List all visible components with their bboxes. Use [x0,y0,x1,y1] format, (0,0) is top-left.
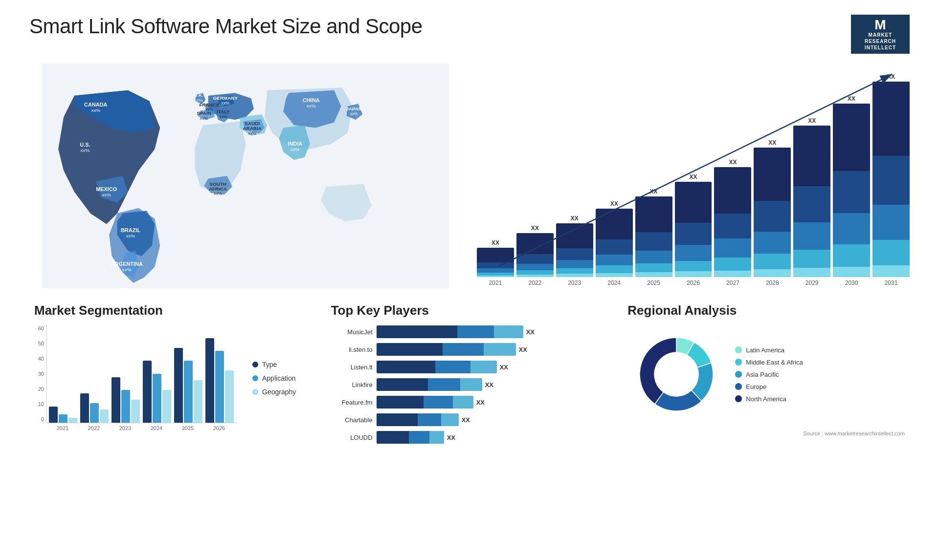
source-text: Source : www.marketresearchintellect.com [627,431,905,436]
player-bar [377,378,482,391]
bar-group: XX [872,73,910,277]
svg-text:xx%: xx% [307,103,316,108]
legend-item: Type [252,361,296,368]
svg-text:xx%: xx% [222,101,230,106]
stacked-bar [754,148,791,277]
bar-group: XX [596,200,633,277]
bottom-grid: Market Segmentation 60 50 40 30 20 10 0 [29,298,910,453]
svg-text:xx%: xx% [214,191,222,196]
stacked-bar [833,104,870,277]
svg-text:INDIA: INDIA [288,141,302,147]
svg-text:ARGENTINA: ARGENTINA [111,261,143,267]
seg-bar [121,390,130,423]
svg-text:xx%: xx% [200,116,208,121]
seg-bar-group [143,361,171,423]
seg-bar [174,348,183,423]
players-title: Top Key Players [331,303,608,318]
svg-text:xx%: xx% [126,233,135,238]
seg-bar [90,403,99,423]
seg-bar-group [205,338,234,423]
player-bar [377,361,497,373]
svg-text:JAPAN: JAPAN [346,106,362,111]
player-bar [377,343,516,356]
regional-legend-item: Latin America [735,346,803,354]
svg-text:FRANCE: FRANCE [200,102,220,108]
svg-text:CHINA: CHINA [303,97,320,103]
logo-letter: M [874,18,886,32]
svg-text:xx%: xx% [350,111,358,116]
svg-text:GERMANY: GERMANY [213,95,238,101]
player-bar [377,325,523,338]
svg-text:xx%: xx% [81,148,90,153]
seg-bar [184,361,193,423]
svg-text:BRAZIL: BRAZIL [121,227,140,233]
svg-text:U.K.: U.K. [194,92,203,98]
world-map: CANADA xx% U.S. xx% MEXICO xx% BRAZIL xx… [29,64,462,288]
svg-text:ITALY: ITALY [217,109,230,114]
seg-bar [59,414,67,423]
bar-group: XX [714,159,751,277]
player-row: ChartableXX [331,413,608,426]
stacked-bar [635,196,672,277]
regional-legend-item: Middle East & Africa [735,359,803,366]
page-title: Smart Link Software Market Size and Scop… [29,15,423,38]
legend-item: Geography [252,388,296,396]
stacked-bar [556,223,593,277]
seg-bar [131,400,140,423]
header: Smart Link Software Market Size and Scop… [29,15,910,54]
seg-bar [80,393,89,423]
bar-group: XX [793,117,830,277]
player-row: Listen.ltXX [331,361,608,373]
seg-bar-group [49,407,77,423]
regional-legend-item: Europe [735,383,803,390]
player-row: MusicJetXX [331,325,608,338]
regional-title: Regional Analysis [627,303,905,318]
donut-chart [627,325,725,423]
seg-bar [112,377,120,423]
growth-chart: XXXXXXXXXXXXXXXXXXXXXX 20212022202320242… [477,64,910,288]
stacked-bar [477,248,514,277]
map-svg: CANADA xx% U.S. xx% MEXICO xx% BRAZIL xx… [29,64,462,288]
page-container: Smart Link Software Market Size and Scop… [0,0,939,560]
player-row: li.sten.toXX [331,343,608,356]
stacked-bar [516,233,554,277]
stacked-bar [675,182,712,277]
bar-group: XX [477,239,514,277]
logo-line1: MARKET [869,32,893,38]
regional-legend-item: Asia Pacific [735,371,803,378]
bar-group: XX [833,95,870,277]
seg-bar [49,407,58,423]
stacked-bar [714,167,751,277]
seg-bar [205,338,214,423]
stacked-bar [872,82,910,277]
players-section: Top Key Players MusicJetXXli.sten.toXXLi… [326,298,613,453]
seg-bar [143,361,152,423]
bar-group: XX [675,173,712,277]
seg-bar [100,409,109,423]
logo-line2: RESEARCH [865,38,896,44]
segmentation-title: Market Segmentation [34,303,312,318]
stacked-bar [596,209,633,277]
svg-text:xx%: xx% [248,131,256,136]
seg-bar [153,374,161,423]
bar-group: XX [516,225,554,277]
regional-legend: Latin AmericaMiddle East & AfricaAsia Pa… [735,346,803,403]
seg-bar-group [174,348,202,423]
player-bar [377,431,444,444]
bar-group: XX [556,215,593,277]
logo-area: M MARKET RESEARCH INTELLECT [851,15,910,54]
svg-text:ARABIA: ARABIA [243,126,262,131]
svg-text:SPAIN: SPAIN [197,110,211,116]
logo-box: M MARKET RESEARCH INTELLECT [851,15,910,54]
regional-legend-item: North America [735,395,803,403]
player-bar [377,413,459,426]
svg-text:xx%: xx% [219,114,227,119]
svg-text:xx%: xx% [291,147,300,152]
bar-group: XX [635,188,672,277]
bar-group: XX [754,139,791,277]
seg-bar-group [112,377,140,423]
svg-text:xx%: xx% [91,108,101,113]
segmentation-section: Market Segmentation 60 50 40 30 20 10 0 [29,298,316,453]
seg-bar [225,370,234,423]
seg-bar [215,351,224,423]
